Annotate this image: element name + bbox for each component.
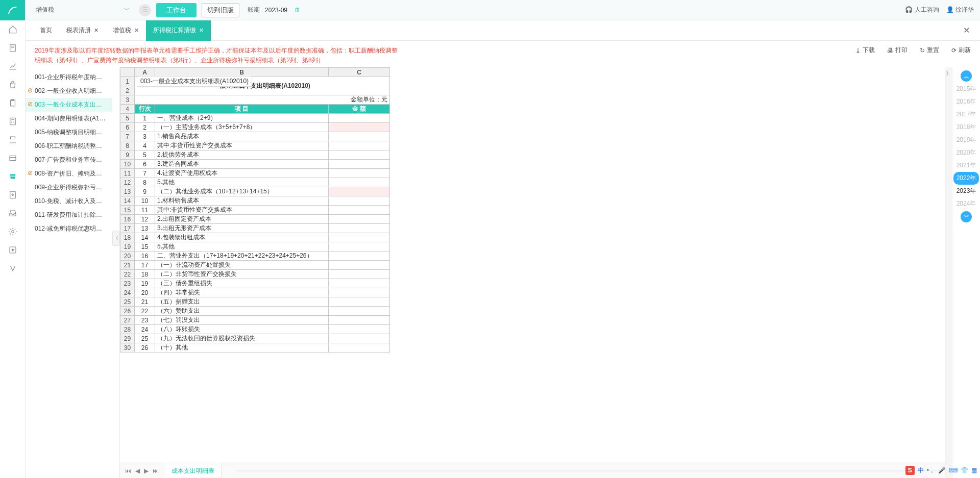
- nav-calc-icon[interactable]: [0, 112, 25, 131]
- nav-home-icon[interactable]: [0, 20, 25, 39]
- tree-item-0[interactable]: 001-企业所得税年度纳税申…: [26, 70, 112, 84]
- ime-keyboard-icon[interactable]: ⌨: [949, 467, 958, 474]
- year-2024年[interactable]: 2024年: [953, 197, 979, 210]
- workbench-button[interactable]: 工作台: [156, 3, 197, 17]
- year-2019年[interactable]: 2019年: [953, 134, 979, 146]
- ime-punct-icon[interactable]: •，: [927, 466, 935, 475]
- nav-chart-icon[interactable]: [0, 57, 25, 76]
- svg-rect-4: [10, 156, 16, 161]
- tab-1[interactable]: 税表清册✕: [59, 20, 106, 41]
- nav-gear-icon[interactable]: [0, 222, 25, 241]
- tree-item-7[interactable]: 008-资产折旧、摊销及纳税…: [26, 167, 112, 181]
- horizontal-scrollbar[interactable]: [236, 468, 941, 473]
- list-icon[interactable]: ☰: [139, 4, 151, 16]
- ime-tools-icon[interactable]: ▦: [971, 467, 977, 474]
- tree-item-3[interactable]: 004-期间费用明细表(A1040…: [26, 112, 112, 125]
- refresh-button[interactable]: ⟳ 刷新: [951, 46, 971, 55]
- tree-item-2[interactable]: 003-一般企业成本支出明细…: [26, 98, 112, 112]
- sheet-nav-prev-icon[interactable]: ◀: [134, 467, 141, 474]
- year-rail: ︽ 2015年2016年2017年2018年2019年2020年2021年202…: [952, 67, 980, 478]
- tabbar: 首页税表清册✕增值税✕所得税汇算清缴✕ ✕: [26, 20, 980, 41]
- nav-clipboard-icon[interactable]: [0, 94, 25, 112]
- year-down-icon[interactable]: ︾: [961, 211, 972, 222]
- topbar: 增值税﹀ ☰ 工作台 切到旧版 账期 2023-09 🗓 🎧 人工咨询 👤 徐泽…: [26, 0, 980, 20]
- year-2016年[interactable]: 2016年: [953, 95, 979, 108]
- ime-skin-icon[interactable]: 👕: [961, 467, 968, 474]
- user-menu[interactable]: 👤 徐泽华: [946, 6, 974, 14]
- collapse-tree-icon[interactable]: 《: [112, 231, 119, 246]
- sheet-tab[interactable]: 成本支出明细表: [164, 465, 222, 477]
- nav-v-icon[interactable]: [0, 259, 25, 278]
- expand-right-icon[interactable]: 》: [945, 67, 952, 478]
- year-2022年[interactable]: 2022年: [953, 172, 979, 185]
- tab-close-icon[interactable]: ✕: [134, 27, 139, 34]
- ime-mic-icon[interactable]: 🎤: [938, 467, 946, 474]
- company-dropdown[interactable]: 增值税﹀: [32, 4, 134, 16]
- tree-item-11[interactable]: 012-减免所得税优惠明细表(…: [26, 222, 112, 236]
- reset-button[interactable]: ↻ 重置: [920, 46, 939, 55]
- nav-box-icon[interactable]: [0, 149, 25, 167]
- tab-3[interactable]: 所得税汇算清缴✕: [146, 20, 211, 41]
- nav-play-icon[interactable]: [0, 241, 25, 259]
- year-2023年[interactable]: 2023年: [953, 185, 979, 197]
- sheet-nav-last-icon[interactable]: ⏭: [152, 467, 160, 474]
- nav-stamp-icon[interactable]: [0, 131, 25, 149]
- spreadsheet[interactable]: ABC1一般企业成本支出明细表(A102010)23003-一般企业成本支出明细…: [120, 67, 390, 353]
- nav-tax-icon[interactable]: [0, 167, 25, 186]
- ime-lang-icon[interactable]: 中: [918, 466, 924, 475]
- nav-inbox-icon[interactable]: [0, 204, 25, 222]
- tab-0[interactable]: 首页: [33, 20, 59, 41]
- tree-item-9[interactable]: 010-免税、减计收入及加计…: [26, 194, 112, 208]
- period-value[interactable]: 2023-09: [265, 7, 287, 14]
- tab-close-icon[interactable]: ✕: [94, 27, 99, 34]
- close-all-icon[interactable]: ✕: [960, 26, 973, 35]
- year-2017年[interactable]: 2017年: [953, 108, 979, 121]
- tree-item-5[interactable]: 006-职工薪酬纳税调整明细…: [26, 139, 112, 153]
- tree-item-6[interactable]: 007-广告费和业务宣传费跨…: [26, 153, 112, 167]
- switch-old-button[interactable]: 切到旧版: [202, 3, 239, 17]
- year-2020年[interactable]: 2020年: [953, 146, 979, 159]
- sheet-nav-next-icon[interactable]: ▶: [143, 467, 150, 474]
- year-2018年[interactable]: 2018年: [953, 121, 979, 134]
- period-label: 账期: [248, 6, 260, 14]
- tree-item-1[interactable]: 002-一般企业收入明细表(A…: [26, 84, 112, 98]
- svg-rect-3: [10, 118, 15, 125]
- print-button[interactable]: 🖶 打印: [887, 46, 908, 55]
- nav-bag-icon[interactable]: [0, 76, 25, 94]
- form-tree: 001-企业所得税年度纳税申…002-一般企业收入明细表(A…003-一般企业成…: [26, 67, 112, 478]
- nav-export-icon[interactable]: [0, 186, 25, 204]
- notice-text: 2019年度涉及取以前年度结转数据的申报表单元格需要手工维护正确，才能保证本年及…: [35, 46, 402, 65]
- svg-rect-0: [10, 44, 15, 52]
- ime-logo-icon[interactable]: S: [905, 466, 915, 475]
- chevron-down-icon: ﹀: [124, 6, 130, 14]
- left-sidebar: [0, 0, 26, 478]
- tree-item-8[interactable]: 009-企业所得税弥补亏损明…: [26, 181, 112, 194]
- download-button[interactable]: ⤓ 下载: [855, 46, 875, 55]
- consult-link[interactable]: 🎧 人工咨询: [905, 6, 939, 14]
- app-logo[interactable]: [0, 0, 25, 20]
- year-2021年[interactable]: 2021年: [953, 159, 979, 172]
- svg-point-6: [11, 231, 14, 233]
- year-up-icon[interactable]: ︽: [961, 70, 972, 82]
- tree-item-10[interactable]: 011-研发费用加计扣除优惠…: [26, 208, 112, 222]
- calendar-icon[interactable]: 🗓: [295, 7, 301, 14]
- tab-2[interactable]: 增值税✕: [106, 20, 146, 41]
- tree-item-4[interactable]: 005-纳税调整项目明细表(A1…: [26, 125, 112, 139]
- tab-close-icon[interactable]: ✕: [199, 27, 204, 34]
- year-2015年[interactable]: 2015年: [953, 83, 979, 95]
- ime-toolbar: S 中 •， 🎤 ⌨ 👕 ▦: [905, 466, 977, 475]
- sheet-nav-first-icon[interactable]: ⏮: [124, 467, 132, 474]
- nav-doc-icon[interactable]: [0, 39, 25, 57]
